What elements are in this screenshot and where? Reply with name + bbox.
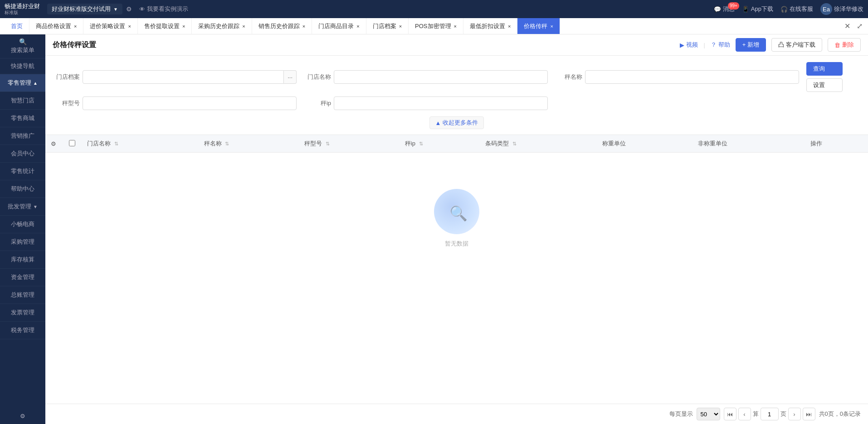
version-select[interactable]: 好业财标准版交付试用 ▼ [47,4,122,14]
sort-scale-name-icon[interactable]: ⇅ [225,141,229,146]
th-non-weight-unit-label: 非称重单位 [698,140,727,147]
first-page-btn[interactable]: ⏮ [724,408,736,420]
tab-pos-encrypt-close[interactable]: × [454,24,457,29]
tab-pos-encrypt[interactable]: POS加密管理 × [409,18,463,34]
filter-settings-button[interactable]: 设置 [806,78,843,92]
tab-store-file[interactable]: 门店档案 × [366,18,409,34]
user-info[interactable]: Ea 徐泽华修改 [820,3,863,15]
sidebar-item-marketing-label: 营销推广 [11,132,34,140]
select-all-checkbox[interactable] [69,140,75,146]
empty-state: 暂无数据 [45,153,868,284]
sidebar-item-tax-mgmt[interactable]: 税务管理 [0,322,45,339]
last-page-btn[interactable]: ⏭ [803,408,815,420]
store-file-ellipsis-btn[interactable]: ··· [284,70,297,84]
scale-model-input[interactable] [83,96,297,110]
tab-pos-encrypt-label: POS加密管理 [415,22,451,30]
sidebar-settings-btn[interactable]: ⚙ [0,408,45,424]
sort-scale-ip-icon[interactable]: ⇅ [419,141,423,146]
sidebar-item-ledger-mgmt[interactable]: 总账管理 [0,286,45,304]
expand-btn[interactable]: ⤢ [855,21,864,31]
tab-price-setting[interactable]: 商品价格设置 × [29,18,83,34]
scale-name-input[interactable] [585,70,799,84]
sidebar-quick-nav-label: 快捷导航 [11,62,34,70]
tab-cost-strategy[interactable]: 进价策略设置 × [83,18,137,34]
headset-icon: 🎧 [780,6,788,13]
next-page-btn[interactable]: › [788,408,801,420]
delete-button[interactable]: 🗑 删除 [828,38,861,52]
tab-store-catalog[interactable]: 门店商品目录 × [312,18,366,34]
sidebar-item-inventory[interactable]: 库存核算 [0,251,45,269]
tab-sale-extract[interactable]: 售价提取设置 × [138,18,192,34]
sidebar-item-invoice-mgmt[interactable]: 发票管理 [0,304,45,322]
tab-purchase-history[interactable]: 采购历史价跟踪 × [192,18,252,34]
tab-min-discount-close[interactable]: × [508,24,511,29]
sidebar-item-smart-store[interactable]: 智慧门店 [0,92,45,110]
tab-store-catalog-close[interactable]: × [356,24,359,29]
online-service-btn[interactable]: 🎧 在线客服 [780,5,813,13]
sidebar-search[interactable]: 🔍 搜索菜单 [0,34,45,58]
video-link-label: 视频 [686,41,698,49]
sidebar-item-retail-mall[interactable]: 零售商城 [0,110,45,127]
question-icon: ？ [711,41,717,49]
video-link[interactable]: ▶ 视频 [680,41,698,49]
th-non-weight-unit: 非称重单位 [692,135,805,153]
tab-sales-history[interactable]: 销售历史价跟踪 × [252,18,312,34]
column-settings-icon[interactable]: ⚙ [51,140,56,147]
tab-purchase-history-close[interactable]: × [242,24,245,29]
help-link[interactable]: ？ 帮助 [711,41,730,49]
prev-page-btn[interactable]: ‹ [738,408,751,420]
add-button[interactable]: + 新增 [736,38,766,52]
current-page-input[interactable] [761,408,779,420]
query-button[interactable]: 查询 [806,62,843,76]
sidebar-item-wholesale-mgmt[interactable]: 批发管理 ▼ [0,198,45,216]
sort-store-name-icon[interactable]: ⇅ [114,141,118,146]
tab-price-scale[interactable]: 价格传秤 × [517,18,560,34]
sidebar-item-purchase-mgmt[interactable]: 采购管理 [0,233,45,251]
sidebar-item-inventory-label: 库存核算 [11,255,34,264]
tab-store-file-close[interactable]: × [399,24,402,29]
tab-home[interactable]: 首页 [5,18,29,34]
tab-store-catalog-label: 门店商品目录 [318,22,354,30]
sidebar-item-retail-stats[interactable]: 零售统计 [0,163,45,180]
sidebar-item-ecommerce[interactable]: 小畅电商 [0,216,45,233]
navtabs: 首页 商品价格设置 × 进价策略设置 × 售价提取设置 × 采购历史价跟踪 × … [0,18,868,34]
sidebar-item-retail-mgmt[interactable]: 零售管理 ▲ [0,74,45,92]
demo-link[interactable]: 👁 我要看实例演示 [139,5,188,13]
sort-scale-model-icon[interactable]: ⇅ [326,141,330,146]
sidebar-item-marketing[interactable]: 营销推广 [0,127,45,145]
th-action-label: 操作 [810,140,822,147]
tab-price-scale-close[interactable]: × [550,24,553,29]
collapse-button[interactable]: ▲ 收起更多条件 [429,116,484,129]
messages-btn[interactable]: 💬 消息 99+ [714,5,735,13]
sidebar-item-member-center-label: 会员中心 [11,149,34,158]
tab-sale-extract-close[interactable]: × [182,24,185,29]
sidebar-item-member-center[interactable]: 会员中心 [0,145,45,163]
sidebar-item-fund-mgmt-label: 资金管理 [11,273,34,281]
topbar: 畅捷通好业财 标准版 好业财标准版交付试用 ▼ ⚙ 👁 我要看实例演示 💬 消息… [0,0,868,18]
tab-sales-history-close[interactable]: × [302,24,305,29]
sidebar-item-fund-mgmt[interactable]: 资金管理 [0,269,45,286]
download-icon: 凸 [778,41,784,49]
sidebar-item-help-center[interactable]: 帮助中心 [0,180,45,198]
th-action: 操作 [805,135,868,153]
page-title: 价格传秤设置 [53,40,96,50]
tab-price-setting-label: 商品价格设置 [36,22,71,30]
sidebar-quick-nav[interactable]: 快捷导航 [0,58,45,74]
th-scale-name: 秤名称 ⇅ [199,135,299,153]
tab-cost-strategy-close[interactable]: × [128,24,131,29]
scale-ip-input[interactable] [334,96,548,110]
phone-icon: 📱 [742,6,749,13]
tab-min-discount[interactable]: 最低折扣设置 × [463,18,517,34]
store-name-input[interactable] [334,70,548,84]
avatar: Ea [820,3,832,15]
store-file-input[interactable] [83,70,284,84]
filter-store-file: 门店档案 ··· [53,70,297,84]
per-page-select[interactable]: 20 50 100 [697,408,720,420]
settings-icon[interactable]: ⚙ [126,5,132,13]
sort-barcode-type-icon[interactable]: ⇅ [512,141,517,146]
delete-icon: 🗑 [834,42,840,48]
tab-price-setting-close[interactable]: × [74,24,77,29]
app-download-btn[interactable]: 📱 App下载 [742,5,773,13]
close-btn[interactable]: ✕ [843,21,852,31]
download-button[interactable]: 凸 客户端下载 [771,38,822,52]
